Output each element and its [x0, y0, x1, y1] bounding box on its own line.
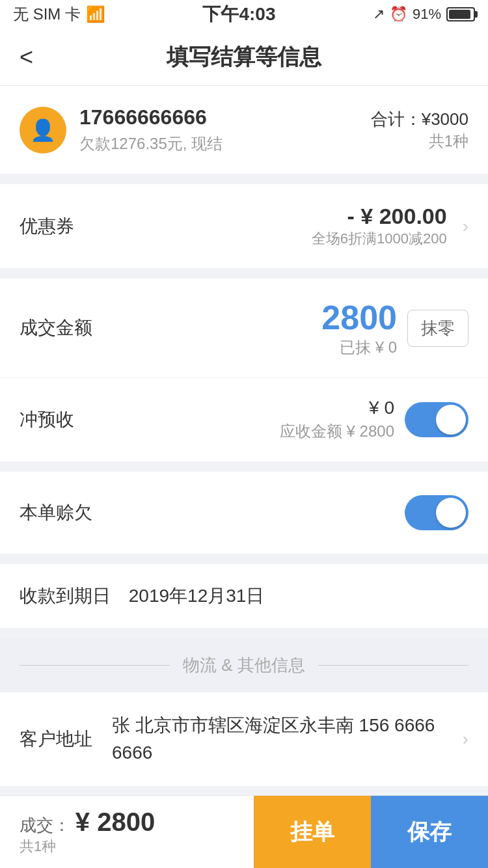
coupon-desc: 全场6折满1000减200 [312, 229, 447, 249]
status-right: ↗ ⏰ 91% [373, 6, 475, 23]
avatar: 👤 [20, 107, 66, 154]
user-phone: 17666666666 [79, 105, 223, 129]
deal-amount-label: 成交金额 [20, 316, 92, 340]
user-total: 合计：¥3000 共1种 [371, 108, 468, 152]
chong-values: ¥ 0 应收金额 ¥ 2800 [280, 398, 394, 442]
bottom-amount: ¥ 2800 [75, 807, 155, 836]
coupon-values: - ¥ 200.00 全场6折满1000减200 [312, 204, 447, 249]
nav-bar: < 填写结算等信息 [0, 29, 488, 86]
status-bar: 无 SIM 卡 📶 下午4:03 ↗ ⏰ 91% [0, 0, 488, 29]
chong-label: 冲预收 [20, 407, 74, 432]
back-button[interactable]: < [13, 37, 40, 77]
sheqian-row: 本单赊欠 [0, 472, 488, 554]
coupon-label: 优惠券 [20, 214, 74, 239]
coupon-section: 优惠券 - ¥ 200.00 全场6折满1000减200 › [0, 184, 488, 268]
divider-text: 物流 & 其他信息 [183, 654, 305, 677]
coupon-value: - ¥ 200.00 [312, 204, 447, 229]
date-row: 收款到期日 2019年12月31日 [0, 564, 488, 628]
bottom-deal-label: 成交： [20, 815, 70, 835]
deal-amount-sub: 已抹 ¥ 0 [321, 337, 397, 358]
user-subtext: 欠款1276.35元, 现结 [79, 133, 223, 154]
chong-amount: ¥ 0 [369, 398, 394, 418]
chevron-right-icon: › [463, 216, 468, 237]
chong-toggle[interactable] [405, 402, 468, 437]
chong-row: 冲预收 ¥ 0 应收金额 ¥ 2800 [0, 378, 488, 461]
user-card: 👤 17666666666 欠款1276.35元, 现结 合计：¥3000 共1… [0, 86, 488, 174]
total-label: 合计：¥3000 [371, 108, 468, 131]
carrier-text: 无 SIM 卡 [13, 4, 81, 25]
bottom-info: 成交： ¥ 2800 共1种 [0, 807, 254, 856]
address-value: 张 北京市市辖区海淀区永丰南 156 6666 6666 [112, 712, 443, 766]
sheqian-toggle[interactable] [405, 495, 468, 530]
page-title: 填写结算等信息 [167, 42, 321, 72]
wifi-icon: 📶 [86, 5, 105, 23]
address-chevron-icon: › [463, 729, 468, 750]
user-info-left: 👤 17666666666 欠款1276.35元, 现结 [20, 105, 223, 154]
deal-amount-values: 2800 已抹 ¥ 0 [321, 298, 397, 358]
deal-section: 成交金额 2800 已抹 ¥ 0 抹零 冲预收 ¥ 0 应收金额 ¥ 2800 [0, 278, 488, 461]
deal-amount-row: 成交金额 2800 已抹 ¥ 0 抹零 [0, 278, 488, 378]
main-content: 👤 17666666666 欠款1276.35元, 现结 合计：¥3000 共1… [0, 86, 488, 868]
address-row[interactable]: 客户地址 张 北京市市辖区海淀区永丰南 156 6666 6666 › [0, 692, 488, 786]
date-label: 收款到期日 [20, 586, 111, 606]
status-left: 无 SIM 卡 📶 [13, 4, 105, 25]
battery-icon [446, 7, 475, 21]
battery-percent: 91% [413, 6, 441, 23]
sheqian-section: 本单赊欠 [0, 472, 488, 554]
bottom-deal-line: 成交： ¥ 2800 [20, 807, 234, 837]
address-label: 客户地址 [20, 727, 92, 752]
date-value: 2019年12月31日 [129, 586, 265, 606]
status-time: 下午4:03 [202, 2, 275, 27]
deal-amount-right: 2800 已抹 ¥ 0 抹零 [321, 298, 468, 358]
bottom-count: 共1种 [20, 837, 234, 856]
location-icon: ↗ [373, 6, 385, 23]
hang-button[interactable]: 挂单 [254, 796, 371, 869]
chong-sub: 应收金额 ¥ 2800 [280, 421, 394, 442]
avatar-char: 👤 [30, 118, 56, 142]
maling-button[interactable]: 抹零 [407, 310, 468, 347]
chong-right-area: ¥ 0 应收金额 ¥ 2800 [280, 398, 468, 442]
deal-amount-number: 2800 [321, 298, 397, 337]
sheqian-label: 本单赊欠 [20, 500, 92, 525]
alarm-icon: ⏰ [390, 6, 407, 23]
save-button[interactable]: 保存 [371, 796, 488, 869]
bottom-bar: 成交： ¥ 2800 共1种 挂单 保存 [0, 795, 488, 868]
user-details: 17666666666 欠款1276.35元, 现结 [79, 105, 223, 154]
battery-fill [449, 10, 470, 19]
coupon-right: - ¥ 200.00 全场6折满1000减200 › [312, 204, 468, 249]
coupon-row[interactable]: 优惠券 - ¥ 200.00 全场6折满1000减200 › [0, 184, 488, 268]
total-count: 共1种 [371, 131, 468, 152]
section-divider: 物流 & 其他信息 [0, 638, 488, 692]
